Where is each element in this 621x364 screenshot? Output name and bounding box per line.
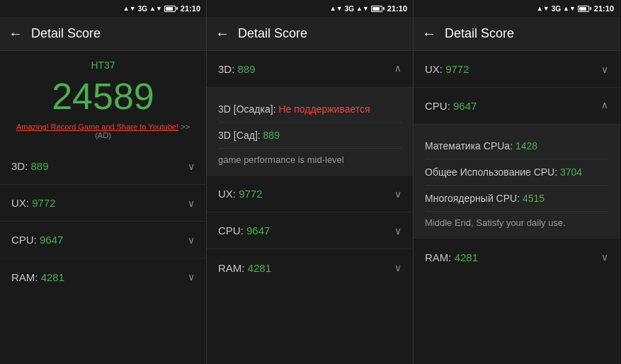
- status-icons-2: ▲▼ 3G ▲▼ 21:10: [330, 4, 407, 13]
- chevron-ux-p2: ∨: [394, 188, 401, 200]
- battery-icon: [164, 6, 176, 12]
- status-bar-3: ▲▼ 3G ▲▼ 21:10: [414, 0, 620, 17]
- status-bar-2: ▲▼ 3G ▲▼ 21:10: [207, 0, 413, 17]
- content-2: 3D: 889 ∨ 3D [Осадка]: Не поддерживается…: [207, 51, 413, 364]
- expanded-cpu-multi: Многоядерный CPU: 4515: [425, 186, 608, 212]
- score-label-cpu: CPU: 9647: [11, 234, 63, 246]
- panel-3: ▲▼ 3G ▲▼ 21:10 ← Detail Score UX: 9772 ∨…: [414, 0, 620, 364]
- status-time-2: 21:10: [387, 4, 407, 13]
- chevron-cpu-p2: ∨: [394, 225, 401, 237]
- expanded-3d: 3D [Осадка]: Не поддерживается 3D [Сад]:…: [207, 88, 413, 176]
- chevron-cpu: ∨: [188, 234, 195, 246]
- score-label-ux-p3: UX: 9772: [425, 63, 469, 75]
- chevron-ram: ∨: [188, 271, 195, 283]
- header-title-1: Detail Score: [31, 26, 101, 41]
- expanded-3d-siege: 3D [Осадка]: Не поддерживается: [218, 96, 401, 123]
- back-button-3[interactable]: ←: [422, 25, 436, 42]
- score-label-3d: 3D: 889: [11, 160, 49, 172]
- signal-bars-icon-3: ▲▼: [563, 5, 576, 12]
- chevron-3d-p2: ∨: [394, 64, 401, 75]
- score-row-ram-p2[interactable]: RAM: 4281 ∨: [207, 249, 413, 286]
- header-title-2: Detail Score: [238, 26, 307, 41]
- 3g-label: 3G: [138, 5, 147, 13]
- expanded-3d-garden: 3D [Сад]: 889: [218, 123, 401, 149]
- score-row-cpu-p3[interactable]: CPU: 9647 ∨: [414, 88, 620, 125]
- score-row-cpu[interactable]: CPU: 9647 ∨: [0, 222, 206, 258]
- score-label-ux: UX: 9772: [11, 197, 56, 209]
- cpu-multi-label: Многоядерный CPU:: [425, 193, 523, 204]
- header-1: ← Detail Score: [0, 17, 206, 51]
- cpu-math-value: 1428: [515, 140, 537, 152]
- score-row-ux[interactable]: UX: 9772 ∨: [0, 185, 206, 222]
- score-row-ram-p3[interactable]: RAM: 4281 ∨: [414, 239, 620, 275]
- score-label-3d-p2: 3D: 889: [218, 63, 256, 75]
- chevron-3d: ∨: [188, 161, 195, 172]
- signal-bars-icon-2: ▲▼: [356, 5, 369, 12]
- 3d-siege-value: Не поддерживается: [278, 103, 370, 115]
- status-bar-1: ▲▼ 3G ▲▼ 21:10: [0, 0, 206, 17]
- battery-icon-3: [578, 6, 589, 12]
- score-row-ram[interactable]: RAM: 4281 ∨: [0, 258, 206, 295]
- signal-triangle-icon-3: ▲▼: [537, 5, 549, 12]
- expanded-cpu: Математика CPUа: 1428 Общее Использовани…: [414, 125, 620, 239]
- 3g-label-2: 3G: [345, 5, 354, 13]
- score-row-cpu-p2[interactable]: CPU: 9647 ∨: [207, 212, 413, 249]
- score-row-3d-p2[interactable]: 3D: 889 ∨: [207, 51, 413, 88]
- chevron-ram-p3: ∨: [601, 251, 608, 263]
- expanded-cpu-note: Middle End, Satisfy your daily use.: [425, 212, 608, 229]
- score-row-ux-p2[interactable]: UX: 9772 ∨: [207, 176, 413, 212]
- chevron-cpu-p3: ∨: [601, 101, 608, 112]
- content-1: HT37 24589 Amazing! Record Game and Shar…: [0, 51, 206, 364]
- cpu-general-value: 3704: [560, 166, 582, 178]
- expanded-cpu-math: Математика CPUа: 1428: [425, 133, 608, 159]
- expanded-cpu-general: Общее Использование CPU: 3704: [425, 159, 608, 186]
- content-3: UX: 9772 ∨ CPU: 9647 ∨ Математика CPUа: …: [414, 51, 620, 364]
- expanded-3d-note: game performance is mid-level: [218, 149, 401, 166]
- panel-2: ▲▼ 3G ▲▼ 21:10 ← Detail Score 3D: 889 ∨ …: [207, 0, 414, 364]
- score-row-3d[interactable]: 3D: 889 ∨: [0, 148, 206, 185]
- score-label-ux-p2: UX: 9772: [218, 188, 263, 200]
- score-label-cpu-p3: CPU: 9647: [425, 100, 477, 112]
- chevron-ux: ∨: [188, 198, 195, 209]
- panel-1: ▲▼ 3G ▲▼ 21:10 ← Detail Score HT37 24589…: [0, 0, 207, 364]
- battery-icon-2: [371, 6, 382, 12]
- status-time-1: 21:10: [181, 4, 200, 13]
- 3d-siege-label: 3D [Осадка]:: [218, 103, 278, 115]
- cpu-math-label: Математика CPUа:: [425, 140, 515, 152]
- signal-bars-icon: ▲▼: [149, 5, 162, 12]
- score-label-ram-p3: RAM: 4281: [425, 251, 478, 263]
- header-3: ← Detail Score: [414, 17, 620, 51]
- chevron-ram-p2: ∨: [394, 262, 401, 273]
- total-score: 24589: [0, 74, 206, 120]
- status-icons-1: ▲▼ 3G ▲▼ 21:10: [123, 4, 200, 13]
- status-icons-3: ▲▼ 3G ▲▼ 21:10: [537, 4, 614, 13]
- score-row-ux-p3[interactable]: UX: 9772 ∨: [414, 51, 620, 88]
- chevron-ux-p3: ∨: [601, 64, 608, 75]
- ad-link[interactable]: Amazing! Record Game and Share to Youtub…: [16, 123, 178, 131]
- cpu-multi-value: 4515: [523, 193, 545, 204]
- signal-triangle-icon-2: ▲▼: [330, 5, 343, 12]
- header-title-3: Detail Score: [445, 26, 514, 41]
- score-label-ram: RAM: 4281: [11, 271, 64, 283]
- 3g-label-3: 3G: [552, 5, 561, 13]
- back-button-1[interactable]: ←: [8, 25, 23, 42]
- back-button-2[interactable]: ←: [215, 25, 229, 42]
- header-2: ← Detail Score: [207, 17, 413, 51]
- score-label-cpu-p2: CPU: 9647: [218, 224, 270, 237]
- 3d-garden-value: 889: [263, 130, 280, 141]
- signal-triangle-icon: ▲▼: [123, 5, 136, 12]
- score-label-ram-p2: RAM: 4281: [218, 262, 271, 274]
- 3d-garden-label: 3D [Сад]:: [218, 130, 263, 141]
- device-name: HT37: [0, 51, 206, 74]
- cpu-general-label: Общее Использование CPU:: [425, 166, 560, 178]
- ad-banner[interactable]: Amazing! Record Game and Share to Youtub…: [0, 120, 206, 148]
- status-time-3: 21:10: [594, 4, 614, 13]
